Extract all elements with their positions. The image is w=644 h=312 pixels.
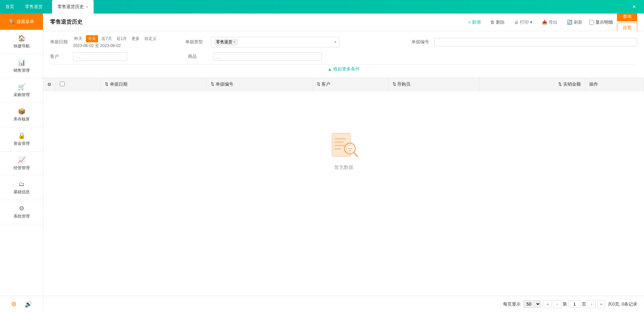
export-button[interactable]: 📤 导出	[539, 18, 560, 27]
top-bar: 首页 零售退货 × 零售退货历史 × ×	[0, 0, 644, 14]
tab-home-label: 首页	[5, 4, 14, 10]
svg-point-8	[348, 148, 350, 149]
column-settings[interactable]: ⚙	[43, 78, 56, 91]
volume-icon[interactable]: 🔊	[25, 300, 32, 308]
column-checkbox	[56, 78, 101, 91]
sidebar-item-finance[interactable]: 🔒 资金管理	[0, 127, 43, 152]
first-page-button[interactable]: «	[544, 300, 552, 308]
date-btn-today[interactable]: 今天	[86, 35, 98, 42]
show-detail-label: 显示明细	[595, 19, 613, 25]
column-amount[interactable]: ⇅ 实销金额	[479, 78, 585, 91]
filter-section-type: 单据类型 零售退货 × ▾	[185, 37, 411, 47]
empty-icon	[327, 130, 361, 160]
column-amount-text: 实销金额	[563, 82, 581, 87]
column-action: 操作	[585, 78, 644, 91]
sidebar-item-operations[interactable]: 📈 经营管理	[0, 152, 43, 176]
delete-button[interactable]: 🗑 删除	[487, 18, 507, 27]
sidebar-search-label: 搜索菜单	[17, 19, 34, 25]
purchase-mgmt-icon: 🛒	[18, 83, 25, 91]
print-icon: 🖨	[514, 20, 519, 25]
print-chevron-icon: ▾	[530, 20, 532, 25]
filter-row-2: 客户 ... 商品 ...	[50, 52, 637, 61]
sidebar-item-purchase-mgmt-label: 采购管理	[14, 92, 30, 98]
filter-section-number: 单据编号	[411, 38, 638, 46]
sidebar: 🔍 搜索菜单 🏠 快捷导航 📊 销售管理 🛒 采购管理 📦 库存核算 🔒	[0, 14, 43, 312]
date-btn-more[interactable]: 更多	[130, 35, 141, 42]
per-page-select[interactable]: 50 10 20 100	[523, 300, 541, 308]
refresh-label: 刷新	[574, 19, 582, 25]
column-guide[interactable]: ⇅ 导购员	[388, 78, 479, 91]
date-btn-7days[interactable]: 近7天	[100, 35, 113, 42]
window-close-button[interactable]: ×	[629, 3, 639, 10]
tab-retail-return-history[interactable]: 零售退货历史 ×	[52, 0, 93, 14]
type-tag-value: 零售退货	[216, 39, 232, 45]
page-input[interactable]	[568, 300, 580, 308]
next-page-button[interactable]: ›	[588, 300, 596, 308]
type-tag: 零售退货 ×	[214, 39, 238, 46]
sales-mgmt-icon: 📊	[18, 59, 25, 66]
goods-filter-input[interactable]: ...	[214, 52, 322, 61]
show-detail-checkbox[interactable]	[589, 20, 594, 25]
tab-retail-return-history-close[interactable]: ×	[86, 5, 88, 9]
type-select[interactable]: 零售退货 × ▾	[211, 37, 339, 47]
column-number[interactable]: ⇅ 单据编号	[207, 78, 312, 91]
type-tag-close[interactable]: ×	[233, 40, 236, 44]
tab-list: 首页 零售退货 × 零售退货历史 ×	[0, 0, 629, 14]
number-filter-input[interactable]	[434, 38, 638, 46]
sidebar-item-quick-nav[interactable]: 🏠 快捷导航	[0, 30, 43, 54]
delete-icon: 🗑	[490, 20, 495, 25]
last-page-button[interactable]: »	[597, 300, 605, 308]
query-button[interactable]: 查询	[617, 14, 637, 21]
column-date-label: ⇅	[105, 82, 110, 87]
sidebar-item-system[interactable]: ⚙ 系统管理	[0, 200, 43, 224]
column-action-text: 操作	[589, 82, 598, 87]
page-header: 零售退货历史 + 新增 🗑 删除 🖨 打印 ▾ 📤 导出 🔄	[43, 14, 644, 31]
search-icon: 🔍	[9, 19, 15, 24]
svg-rect-3	[334, 145, 345, 146]
empty-state: 暂无数据	[43, 91, 644, 209]
column-date-text: 单据日期	[110, 82, 127, 87]
column-customer-sort: ⇅	[317, 82, 322, 87]
refresh-button[interactable]: 🔄 刷新	[564, 18, 585, 27]
filter-section-date: 单据日期 昨天 今天 近7天 近1月 更多 自定义 2023-06-02 至 2…	[50, 35, 185, 49]
tab-retail-return-label: 零售退货	[25, 4, 43, 10]
finance-icon: 🔒	[18, 132, 25, 139]
content-area: 零售退货历史 + 新增 🗑 删除 🖨 打印 ▾ 📤 导出 🔄	[43, 14, 644, 312]
select-all-checkbox[interactable]	[60, 82, 65, 86]
sidebar-search[interactable]: 🔍 搜索菜单	[0, 14, 43, 30]
sidebar-item-sales-mgmt[interactable]: 📊 销售管理	[0, 54, 43, 79]
customer-filter-label: 客户	[50, 53, 70, 60]
sidebar-item-finance-label: 资金管理	[14, 141, 30, 147]
date-btn-yesterday[interactable]: 昨天	[73, 35, 84, 42]
column-number-text: 单据编号	[216, 82, 233, 87]
settings-icon[interactable]: ⚙	[11, 300, 17, 308]
sidebar-item-basic-info[interactable]: 🗂 基础信息	[0, 176, 43, 200]
column-customer[interactable]: ⇅ 客户	[312, 78, 388, 91]
sidebar-item-system-label: 系统管理	[14, 214, 30, 219]
filter-row-1: 单据日期 昨天 今天 近7天 近1月 更多 自定义 2023-06-02 至 2…	[50, 35, 637, 49]
print-button[interactable]: 🖨 打印 ▾	[511, 18, 535, 27]
date-btn-custom[interactable]: 自定义	[143, 35, 158, 42]
main-layout: 🔍 搜索菜单 🏠 快捷导航 📊 销售管理 🛒 采购管理 📦 库存核算 🔒	[0, 14, 644, 312]
tab-home[interactable]: 首页	[0, 0, 20, 14]
customer-filter-input[interactable]: ...	[73, 52, 127, 61]
prev-page-button[interactable]: ‹	[553, 300, 561, 308]
pagination: 每页显示 50 10 20 100 « ‹ 第 页 › » 共0页, 0条记录	[43, 296, 644, 312]
empty-text: 暂无数据	[334, 164, 353, 171]
collapse-button[interactable]: ▲ 收起更多条件	[50, 64, 637, 73]
add-button[interactable]: + 新增	[466, 18, 483, 27]
basic-info-icon: 🗂	[19, 181, 25, 188]
sidebar-item-purchase-mgmt[interactable]: 🛒 采购管理	[0, 79, 43, 103]
tab-retail-return[interactable]: 零售退货 ×	[20, 0, 52, 14]
date-btn-1month[interactable]: 近1月	[115, 35, 128, 42]
table-header: ⚙ ⇅ 单据日期 ⇅ 单据编号 ⇅ 客户	[43, 78, 644, 91]
tab-retail-return-close[interactable]: ×	[45, 5, 47, 9]
sidebar-item-inventory[interactable]: 📦 库存核算	[0, 103, 43, 127]
column-date[interactable]: ⇅ 单据日期	[101, 78, 207, 91]
collapse-icon: ▲	[328, 67, 332, 72]
svg-point-9	[350, 148, 352, 149]
tab-retail-return-history-label: 零售退货历史	[57, 4, 84, 10]
top-bar-right: ×	[629, 3, 644, 10]
table-area: ⚙ ⇅ 单据日期 ⇅ 单据编号 ⇅ 客户	[43, 78, 644, 296]
toolbar: + 新增 🗑 删除 🖨 打印 ▾ 📤 导出 🔄 刷新	[466, 14, 637, 33]
